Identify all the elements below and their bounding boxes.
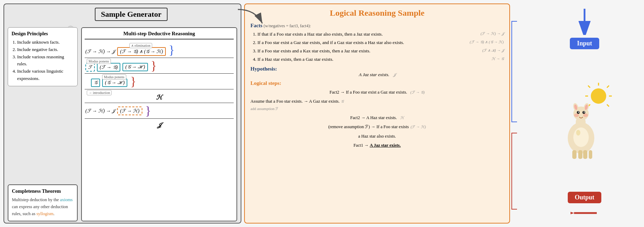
negatives-note: (w/negatives = fact3, fact4): bbox=[263, 23, 311, 28]
hypothesis-label: Hypothesis: bbox=[250, 66, 504, 72]
svg-line-7 bbox=[607, 104, 609, 107]
rightmost-panel: Input bbox=[523, 3, 644, 224]
bracket-purple-1: } bbox=[145, 104, 151, 117]
output-badge: Output bbox=[568, 192, 601, 203]
step-4: (remove assumption ℱ) → If a Foo star ex… bbox=[250, 123, 504, 131]
annotation-arrow-intro: → introduction bbox=[87, 90, 112, 95]
formula-f-dashed: ℱ bbox=[85, 63, 95, 72]
step-1: Fact2 → If a Foo star exist a Gaz star e… bbox=[250, 88, 504, 96]
logical-steps-section: Logical steps: Fact2 → If a Foo star exi… bbox=[250, 80, 504, 149]
design-principles-box: ⌒ Design Principles Include unknown fact… bbox=[8, 27, 78, 86]
facts-section: Facts (w/negatives = fact3, fact4): If t… bbox=[250, 21, 504, 63]
panel-arrow bbox=[234, 6, 266, 30]
llama-svg bbox=[557, 82, 613, 159]
svg-rect-26 bbox=[583, 150, 587, 159]
design-principle-4: Include various linguistic expressions. bbox=[17, 68, 74, 82]
completeness-theorem-box: Completeness Theorem Multistep deduction… bbox=[8, 184, 78, 221]
proof-row-1: ∧ elimination (ℱ → ℋ) → 𝒥 (ℱ → 𝒢) ∧ (𝒢 →… bbox=[85, 42, 234, 58]
left-sidebar: ⌒ Design Principles Include unknown fact… bbox=[8, 27, 78, 221]
proof-row-2: Modus ponens ℱ (ℱ → 𝒢) (𝒢 → ℋ) } bbox=[85, 58, 234, 74]
proof-row-3: Modus ponens 𝒢 (𝒢 → ℋ) } bbox=[85, 74, 234, 89]
input-badge: Input bbox=[570, 38, 599, 49]
bracket-blue-1: } bbox=[169, 44, 175, 56]
svg-point-28 bbox=[573, 127, 589, 147]
svg-line-5 bbox=[607, 86, 609, 88]
deductive-title: Multi-step Deductive Reasoning bbox=[85, 31, 234, 39]
hypothesis-section: Hypothesis: A Jaz star exists. 𝒥 bbox=[250, 66, 504, 78]
svg-point-22 bbox=[574, 114, 579, 117]
annotation-modus-ponens-1: Modus ponens bbox=[87, 59, 111, 64]
step-3: Fact2 → A Haz star exists. ℋ bbox=[250, 114, 504, 122]
bracket-red-1: } bbox=[151, 59, 157, 72]
bracket-red-2: } bbox=[130, 75, 136, 88]
step-2: Assume that a Foo star exists. → A Gaz s… bbox=[250, 97, 504, 112]
right-panel-title: Logical Reasoning Sample bbox=[250, 8, 504, 18]
svg-point-20 bbox=[578, 112, 579, 113]
formula-gh-teal: (𝒢 → ℋ) bbox=[122, 63, 148, 71]
io-brackets bbox=[510, 3, 521, 224]
fact-3: If a Foo star exists and a Kax star exis… bbox=[257, 47, 504, 55]
input-arrow bbox=[576, 7, 593, 35]
output-bracket bbox=[511, 133, 517, 210]
svg-rect-27 bbox=[589, 150, 592, 159]
annotation-and-elim: ∧ elimination bbox=[129, 43, 152, 48]
svg-point-23 bbox=[583, 114, 588, 117]
proof-row-5: (ℱ → ℋ) → 𝒥 (ℱ → ℋ) } bbox=[85, 103, 234, 119]
svg-rect-24 bbox=[572, 150, 576, 159]
formula-fhj-2: (ℱ → ℋ) → 𝒥 bbox=[85, 108, 114, 114]
scroll-icon: ⌒ bbox=[68, 25, 74, 33]
steps-content: Fact2 → If a Foo star exist a Gaz star e… bbox=[250, 88, 504, 149]
svg-rect-25 bbox=[578, 150, 582, 159]
formula-g-teal: 𝒢 bbox=[91, 79, 100, 87]
svg-line-8 bbox=[588, 86, 590, 88]
design-principle-1: Include unknown facts. bbox=[17, 39, 74, 46]
svg-point-3 bbox=[591, 88, 606, 104]
formula-h: ℋ bbox=[156, 94, 162, 101]
completeness-theorem-title: Completeness Theorem bbox=[12, 189, 73, 194]
input-section: Input bbox=[570, 7, 599, 53]
proof-row-6: 𝒥 bbox=[85, 119, 234, 131]
completeness-text: Multistep deduction by the axioms can ex… bbox=[12, 196, 73, 217]
facts-list: If that if a Foo star exists a Haz star … bbox=[250, 30, 504, 63]
design-principle-2: Include negative facts. bbox=[17, 46, 74, 53]
design-principles-list: Include unknown facts. Include negative … bbox=[12, 39, 74, 82]
deductive-reasoning-box: Multi-step Deductive Reasoning ∧ elimina… bbox=[81, 27, 237, 221]
svg-point-29 bbox=[576, 130, 580, 136]
formula-gh-teal-2: (𝒢 → ℋ) bbox=[102, 79, 127, 87]
formula-fh-orange-dashed: (ℱ → ℋ) bbox=[117, 107, 142, 115]
hypothesis-text: A Jaz star exists. 𝒥 bbox=[250, 72, 504, 78]
input-bracket bbox=[511, 21, 517, 122]
right-panel: Logical Reasoning Sample Facts (w/negati… bbox=[244, 3, 510, 224]
design-principle-3: Include various reasoning rules. bbox=[17, 53, 74, 68]
fact-4: If a Haz star exists, then a Gaz star ex… bbox=[257, 56, 504, 63]
formula-fhj: (ℱ → ℋ) → 𝒥 bbox=[85, 49, 114, 54]
logical-steps-label: Logical steps: bbox=[250, 80, 504, 86]
formula-fg-gh-box: (ℱ → 𝒢) ∧ (𝒢 → ℋ) bbox=[117, 47, 166, 56]
design-principles-title: Design Principles bbox=[12, 31, 74, 37]
output-arrow bbox=[571, 206, 599, 220]
step-4b: a Haz star also exists. bbox=[250, 132, 504, 140]
formula-j: 𝒥 bbox=[157, 122, 161, 129]
fact-1: If that if a Foo star exists a Haz star … bbox=[257, 30, 504, 38]
llama-illustration bbox=[557, 53, 613, 188]
fact-2: If a Foo star exist a Gaz star exists, a… bbox=[257, 39, 504, 46]
left-panel: Sample Generator ⌒ Design Principles Inc… bbox=[3, 3, 241, 224]
step-5: Fact1 → A Jaz star exists. bbox=[250, 141, 504, 149]
annotation-modus-ponens-2: Modus ponens bbox=[102, 74, 126, 80]
formula-fg-teal: (ℱ → 𝒢) bbox=[97, 63, 120, 72]
sample-generator-title: Sample Generator bbox=[95, 8, 168, 21]
output-section: Output bbox=[568, 188, 601, 220]
right-panel-wrapper: Logical Reasoning Sample Facts (w/negati… bbox=[244, 3, 521, 224]
proof-row-4: → introduction ℋ bbox=[85, 89, 234, 103]
svg-point-21 bbox=[584, 112, 585, 113]
